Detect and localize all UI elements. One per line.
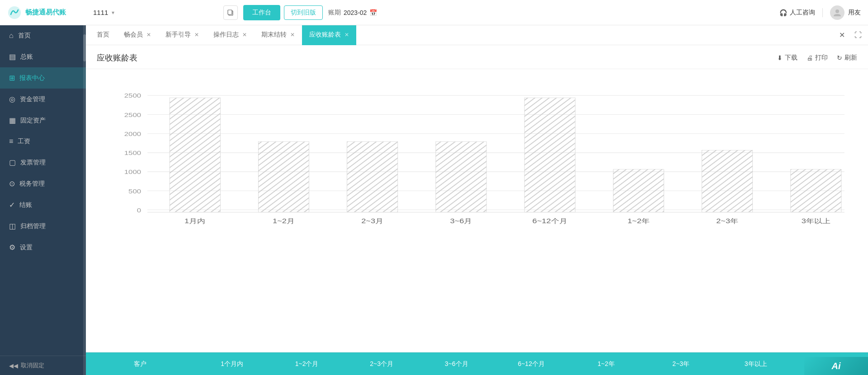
maximize-button[interactable]: ⛶ [852,29,864,42]
tab-member[interactable]: 畅会员✕ [117,25,158,45]
refresh-button[interactable]: ↻ 刷新 [837,54,857,62]
svg-text:2000: 2000 [124,131,141,137]
table-header-1: 1个月内 [194,360,269,368]
settle-icon: ✓ [9,201,15,209]
switch-version-button[interactable]: 切到旧版 [284,5,323,20]
sidebar-label-ledger: 总账 [20,53,33,61]
tab-label-period-end: 期末结转 [261,31,287,39]
assets-icon: ▦ [9,116,16,125]
company-selector[interactable]: 1111 ▾ [93,9,220,16]
svg-text:2~3年: 2~3年 [716,217,738,224]
user-area[interactable]: 用友 [830,5,861,20]
sidebar-item-assets[interactable]: ▦ 固定资产 [0,110,86,131]
sidebar-item-ledger[interactable]: ▤ 总账 [0,46,86,67]
tab-close-period-end[interactable]: ✕ [290,32,295,38]
divider [822,8,823,17]
svg-rect-2 [228,10,232,14]
tab-home[interactable]: 首页 [90,25,117,45]
download-icon: ⬇ [777,54,783,61]
svg-point-3 [835,9,839,13]
tab-period-end[interactable]: 期末结转✕ [254,25,302,45]
company-name: 1111 [93,9,108,16]
table-header-3: 2~3个月 [344,360,419,368]
sidebar-item-invoice[interactable]: ▢ 发票管理 [0,152,86,173]
tab-label-home: 首页 [97,31,109,39]
consult-label: 人工咨询 [790,9,815,17]
workbench-button[interactable]: 工作台 [243,5,280,20]
svg-rect-24 [613,169,664,212]
sidebar-label-salary: 工资 [18,137,30,145]
tab-close-aging[interactable]: ✕ [344,32,349,38]
settings-icon: ⚙ [9,243,15,252]
funds-icon: ◎ [9,95,15,103]
svg-text:0: 0 [137,207,141,214]
consult-button[interactable]: 🎧 人工咨询 [779,9,815,17]
sidebar-label-reports: 报表中心 [19,74,45,82]
sidebar-item-funds[interactable]: ◎ 资金管理 [0,89,86,110]
tab-label-aging: 应收账龄表 [309,31,341,39]
period-value: 2023-02 [344,9,367,16]
sidebar-item-archive[interactable]: ◫ 归档管理 [0,216,86,237]
tab-close-member[interactable]: ✕ [146,32,151,38]
sidebar-label-settings: 设置 [20,244,33,252]
sidebar-scroll-thumb [83,34,86,61]
user-name: 用友 [848,9,861,17]
chevron-down-icon: ▾ [112,9,114,16]
calendar-icon[interactable]: 📅 [369,9,377,16]
unpin-label: 取消固定 [21,361,44,370]
page-actions: ⬇ 下载 🖨 打印 ↻ 刷新 [777,54,857,62]
salary-icon: ≡ [9,137,13,145]
period-label: 账期 [328,9,341,17]
pin-icon: ◀◀ [9,362,18,369]
svg-text:2500: 2500 [124,112,141,118]
home-icon: ⌂ [9,32,14,40]
copy-button[interactable] [223,5,238,20]
svg-text:1500: 1500 [124,150,141,156]
bar-chart: 0 500 1000 1500 2000 2500 2500 [97,76,857,248]
ai-badge[interactable]: Ai [804,357,868,375]
table-header-8: 3年以上 [718,360,793,368]
tab-label-guide: 新手引导 [165,31,191,39]
content-area: 首页畅会员✕新手引导✕操作日志✕期末结转✕应收账龄表✕ ✕ ⛶ 应收账龄表 ⬇ … [86,25,868,375]
tab-log[interactable]: 操作日志✕ [206,25,254,45]
sidebar-item-salary[interactable]: ≡ 工资 [0,131,86,152]
sidebar-label-funds: 资金管理 [20,95,45,103]
tab-guide[interactable]: 新手引导✕ [158,25,206,45]
sidebar-label-tax: 税务管理 [19,180,45,188]
svg-text:1000: 1000 [124,169,141,175]
tab-aging[interactable]: 应收账龄表✕ [302,25,356,45]
tabs-actions: ✕ ⛶ [835,29,864,42]
table-header: 客户1个月内1~2个月2~3个月3~6个月6~12个月1~2年2~3年3年以上合… [86,352,868,375]
sidebar-label-assets: 固定资产 [20,117,46,125]
svg-rect-19 [170,98,220,212]
svg-text:3~6月: 3~6月 [450,217,472,224]
print-button[interactable]: 🖨 打印 [807,54,828,62]
close-tab-button[interactable]: ✕ [835,29,848,42]
sidebar-item-tax[interactable]: ⊙ 税务管理 [0,173,86,194]
sidebar-label-settle: 结账 [19,201,32,209]
svg-rect-25 [702,150,753,212]
sidebar-label-home: 首页 [18,32,31,40]
headphone-icon: 🎧 [779,9,787,16]
sidebar-item-settings[interactable]: ⚙ 设置 [0,237,86,258]
svg-text:1~2年: 1~2年 [627,217,650,224]
svg-rect-20 [258,142,309,212]
sidebar-footer[interactable]: ◀◀ 取消固定 [0,356,86,375]
header-right: 🎧 人工咨询 用友 [779,5,861,20]
tab-label-log: 操作日志 [213,31,239,39]
logo-icon [7,5,22,20]
tax-icon: ⊙ [9,179,15,188]
tab-close-guide[interactable]: ✕ [194,32,199,38]
sidebar-item-settle[interactable]: ✓ 结账 [0,194,86,216]
svg-rect-23 [524,98,575,212]
svg-text:2~3月: 2~3月 [361,217,383,224]
svg-text:500: 500 [128,188,141,195]
print-icon: 🖨 [807,54,813,61]
tab-close-log[interactable]: ✕ [242,32,247,38]
logo-area: 畅捷通易代账 [7,5,93,20]
sidebar-label-invoice: 发票管理 [20,159,46,167]
sidebar-item-home[interactable]: ⌂ 首页 [0,25,86,46]
download-button[interactable]: ⬇ 下载 [777,54,797,62]
svg-text:6~12个月: 6~12个月 [533,217,567,224]
sidebar-item-reports[interactable]: ⊞ 报表中心 [0,67,86,89]
